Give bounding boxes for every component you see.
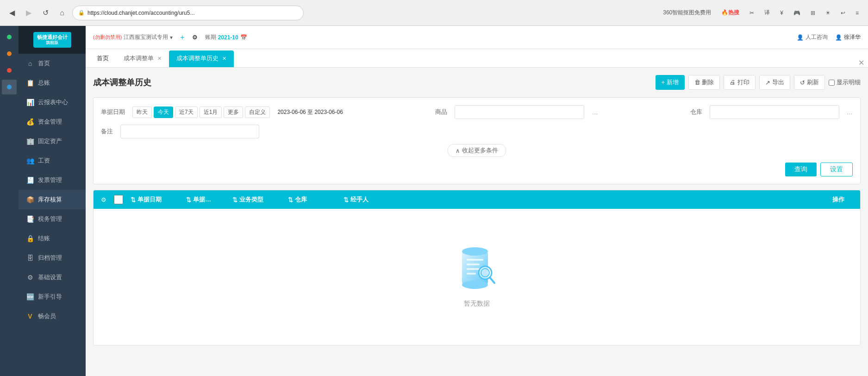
logo-box: 畅捷通好会计 旗舰版 — [33, 32, 71, 48]
translate-tool[interactable]: 译 — [761, 8, 774, 18]
note-filter-input[interactable] — [120, 125, 259, 138]
sidebar-label-guide: 新手引导 — [38, 293, 62, 301]
export-button[interactable]: ↗ 导出 — [759, 75, 790, 90]
sidebar-item-member[interactable]: V 畅会员 — [19, 307, 86, 326]
warehouse-more-icon[interactable]: … — [847, 109, 853, 116]
col-header-biztype[interactable]: ⇅ 业务类型 — [229, 195, 284, 204]
delete-button[interactable]: 🗑 删除 — [688, 75, 720, 90]
scissors-tool[interactable]: ✂ — [746, 9, 758, 17]
col-header-actions: 操作 — [829, 195, 856, 204]
sidebar-item-fixed-assets[interactable]: 🏢 固定资产 — [19, 132, 86, 151]
sidebar-label-closing: 结账 — [38, 234, 50, 243]
menu-tool[interactable]: ≡ — [852, 9, 862, 17]
custom-btn[interactable]: 自定义 — [245, 107, 270, 118]
tab-cost-adj-hist-label: 成本调整单历史 — [176, 54, 219, 63]
col-header-warehouse[interactable]: ⇅ 仓库 — [284, 195, 340, 204]
new-button[interactable]: + 新增 — [656, 75, 685, 90]
col-header-operator[interactable]: ⇅ 经手人 — [340, 195, 395, 204]
funds-icon: 💰 — [26, 118, 34, 125]
7days-btn[interactable]: 近7天 — [175, 107, 198, 118]
strip-item-4[interactable] — [2, 80, 17, 94]
table-header: ⚙ ⇅ 单据日期 ⇅ 单据… ⇅ 业务类型 ⇅ — [94, 190, 860, 209]
tab-cost-adj-close[interactable]: ✕ — [157, 56, 162, 62]
collapse-button[interactable]: ∧ 收起更多条件 — [448, 144, 506, 157]
yesterday-btn[interactable]: 昨天 — [132, 107, 152, 118]
col-voucher-label: 单据… — [193, 195, 211, 204]
svg-point-9 — [481, 269, 489, 277]
sidebar-item-reports[interactable]: 📊 云报表中心 — [19, 93, 86, 112]
wallet-tool[interactable]: ¥ — [776, 9, 787, 17]
show-detail-check[interactable] — [829, 80, 835, 86]
strip-item-1[interactable] — [2, 30, 17, 44]
tab-cost-adj[interactable]: 成本调整单 ✕ — [116, 50, 169, 67]
query-button[interactable]: 查询 — [785, 163, 817, 176]
tab-home[interactable]: 首页 — [89, 50, 116, 67]
period-info: 账期 2021-10 📅 — [205, 33, 247, 41]
address-bar[interactable]: 🔒 https://cloud.chanjet.com/accounting/u… — [72, 6, 304, 20]
forward-button[interactable]: ▶ — [22, 6, 35, 19]
sidebar-item-payroll[interactable]: 👥 工资 — [19, 151, 86, 170]
show-detail-checkbox[interactable]: 显示明细 — [829, 78, 861, 87]
user-avatar-icon: 👤 — [835, 34, 842, 41]
period-value: 2021-10 — [218, 34, 238, 41]
strip-item-3[interactable] — [2, 63, 17, 78]
tab-cost-adj-hist-close[interactable]: ✕ — [222, 56, 226, 62]
1month-btn[interactable]: 近1月 — [200, 107, 222, 118]
sidebar-item-funds[interactable]: 💰 资金管理 — [19, 112, 86, 132]
filter-settings-button[interactable]: 设置 — [820, 163, 853, 176]
sidebar-item-settings[interactable]: ⚙ 基础设置 — [19, 268, 86, 287]
refresh-button[interactable]: ↺ 刷新 — [794, 75, 825, 90]
sidebar-item-home[interactable]: ⌂ 首页 — [19, 54, 86, 73]
game-tool[interactable]: 🎮 — [790, 9, 804, 17]
company-selector[interactable]: (勿删勿禁用) 江西服宝测试专用 ▾ — [93, 33, 173, 41]
ledger-icon: 📋 — [26, 79, 34, 87]
sidebar-label-inventory: 库存核算 — [38, 195, 62, 204]
home-button[interactable]: ⌂ — [56, 6, 69, 19]
add-company-icon[interactable]: + — [180, 33, 184, 42]
company-name: 江西服宝测试专用 — [124, 33, 168, 41]
member-icon: V — [26, 313, 34, 320]
print-button[interactable]: 🖨 打印 — [724, 75, 756, 90]
back-button[interactable]: ◀ — [6, 6, 19, 19]
hot-search[interactable]: 🔥热搜 — [718, 8, 743, 18]
product-filter-input[interactable] — [455, 105, 584, 119]
svg-point-3 — [462, 281, 488, 289]
today-btn[interactable]: 今天 — [154, 107, 173, 118]
app-frame: 畅捷通好会计 旗舰版 ⌂ 首页 📋 总账 📊 云报表中心 💰 资金管理 � — [0, 26, 868, 376]
icon-strip — [0, 26, 19, 376]
calendar-icon[interactable]: 📅 — [240, 34, 247, 41]
sidebar-item-guide[interactable]: 🆕 新手引导 — [19, 287, 86, 307]
search-tool[interactable]: 360智能抠图免费用 — [659, 8, 715, 18]
tab-cost-adj-hist[interactable]: 成本调整单历史 ✕ — [169, 50, 234, 67]
strip-item-2[interactable] — [2, 46, 17, 61]
top-bar: (勿删勿禁用) 江西服宝测试专用 ▾ + ⚙ 账期 2021-10 📅 👤 人工… — [86, 26, 868, 49]
archive-icon: 🗄 — [26, 254, 34, 262]
undo-tool[interactable]: ↩ — [837, 9, 849, 17]
user-info[interactable]: 👤 徐泽华 — [835, 33, 861, 41]
export-icon: ↗ — [765, 79, 770, 86]
select-all-checkbox[interactable] — [114, 195, 123, 204]
sidebar-item-ledger[interactable]: 📋 总账 — [19, 73, 86, 93]
company-settings-icon[interactable]: ⚙ — [192, 34, 198, 41]
refresh-button[interactable]: ↺ — [39, 6, 52, 19]
sidebar-item-tax[interactable]: 📑 税务管理 — [19, 209, 86, 229]
sidebar-label-funds: 资金管理 — [38, 118, 62, 126]
more-btn[interactable]: 更多 — [224, 107, 243, 118]
sidebar-item-closing[interactable]: 🔒 结账 — [19, 229, 86, 248]
sidebar-item-archive[interactable]: 🗄 归档管理 — [19, 248, 86, 268]
sidebar-item-invoice[interactable]: 🧾 发票管理 — [19, 170, 86, 190]
user-name: 徐泽华 — [844, 33, 861, 41]
table-settings-icon[interactable]: ⚙ — [97, 193, 110, 206]
col-header-voucher[interactable]: ⇅ 单据… — [182, 195, 229, 204]
grid-tool[interactable]: ⊞ — [807, 9, 819, 17]
consultant-button[interactable]: 👤 人工咨询 — [797, 33, 828, 41]
window-close-button[interactable]: ✕ — [858, 58, 864, 67]
product-more-icon[interactable]: … — [592, 109, 598, 116]
warehouse-filter-input[interactable] — [710, 105, 839, 119]
sidebar-item-inventory[interactable]: 📦 库存核算 — [19, 190, 86, 209]
tab-bar: 首页 成本调整单 ✕ 成本调整单历史 ✕ ✕ — [86, 49, 868, 68]
brightness-tool[interactable]: ☀ — [822, 9, 834, 17]
company-warning: (勿删勿禁用) — [93, 34, 122, 41]
date-range-display: 2023-06-06 至 2023-06-06 — [277, 108, 343, 116]
col-header-date[interactable]: ⇅ 单据日期 — [127, 195, 182, 204]
